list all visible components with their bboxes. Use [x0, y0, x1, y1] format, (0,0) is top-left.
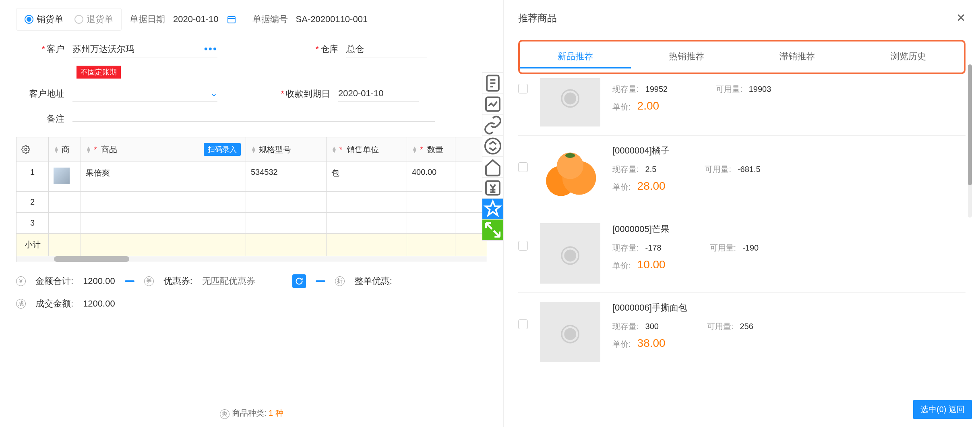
col-spec[interactable]: ▲▼规格型号 — [246, 137, 327, 162]
horizontal-scrollbar[interactable] — [17, 256, 487, 262]
total-value: 1200.00 — [83, 276, 115, 286]
warehouse-value: 总仓 — [346, 43, 364, 55]
more-icon[interactable]: ••• — [204, 43, 217, 55]
tool-note-icon[interactable] — [482, 73, 503, 94]
svg-rect-0 — [228, 17, 235, 23]
remark-label: 备注 — [16, 113, 64, 125]
table-row[interactable]: 1 果倍爽 534532 包 400.00 — [17, 162, 487, 192]
sort-icon: ▲▼ — [251, 146, 256, 153]
avail-value: -681.5 — [738, 165, 761, 174]
item-checkbox[interactable] — [518, 162, 528, 172]
sort-icon: ▲▼ — [412, 146, 418, 153]
tool-link-icon[interactable] — [482, 115, 503, 136]
cell-image — [49, 162, 81, 191]
radio-sales-order[interactable]: 销货单 — [25, 13, 63, 25]
product-image-placeholder: ◉ — [540, 302, 600, 362]
avail-value: -190 — [742, 243, 759, 252]
cell-qty[interactable]: 400.00 — [407, 162, 455, 191]
bottom-bar: 类 商品种类: 1 种 — [0, 400, 503, 427]
col-unit[interactable]: ▲▼*销售单位 — [327, 137, 407, 162]
tab-hot[interactable]: 热销推荐 — [631, 46, 742, 68]
col-product[interactable]: ▲▼*商品扫码录入 — [81, 137, 246, 162]
customer-label: *客户 — [16, 43, 64, 55]
gear-icon — [21, 145, 30, 154]
due-date-input[interactable]: 2020-01-10 — [338, 86, 419, 102]
tool-star-icon[interactable] — [482, 199, 503, 220]
total-label: 金额合计: — [35, 275, 73, 287]
chevron-down-icon[interactable]: ⌄ — [210, 88, 217, 99]
cell-unit[interactable]: 包 — [327, 162, 407, 191]
product-image — [540, 145, 600, 205]
address-input[interactable]: ⌄ — [72, 86, 217, 102]
sort-icon: ▲▼ — [54, 146, 59, 153]
calendar-icon[interactable] — [227, 15, 236, 24]
avail-value: 256 — [740, 322, 753, 331]
col-qty[interactable]: ▲▼*数量 — [407, 137, 455, 162]
stock-value: 2.5 — [645, 165, 657, 174]
cell-name[interactable]: 果倍爽 — [81, 162, 246, 191]
stock-value: 19952 — [645, 85, 668, 93]
close-icon[interactable]: ✕ — [956, 11, 966, 25]
subtotal-label: 小计 — [17, 234, 49, 256]
product-thumb-icon — [54, 168, 70, 184]
svg-point-9 — [565, 153, 575, 158]
tool-home-icon[interactable] — [482, 157, 503, 178]
deal-icon: 成 — [16, 299, 26, 309]
list-item: ◉ [0000006]手撕面包 现存量:300 可用量:256 单价:38.00 — [518, 293, 966, 368]
deal-value: 1200.00 — [83, 298, 115, 309]
vertical-scrollbar[interactable] — [968, 64, 972, 218]
kinds-icon: 类 — [220, 409, 229, 419]
bill-no-value: SA-20200110-001 — [296, 14, 368, 25]
coupon-input[interactable] — [202, 276, 283, 286]
dash-icon — [125, 280, 134, 282]
tool-yen-icon[interactable] — [482, 178, 503, 199]
coupon-label: 优惠券: — [163, 275, 192, 287]
tool-chart-icon[interactable] — [482, 94, 503, 115]
col-gear[interactable] — [17, 137, 49, 162]
table-row[interactable]: 2 — [17, 192, 487, 213]
tab-slow[interactable]: 滞销推荐 — [742, 46, 853, 68]
bill-date-label: 单据日期 — [130, 13, 165, 25]
tab-history[interactable]: 浏览历史 — [853, 46, 964, 68]
refresh-button[interactable] — [292, 274, 306, 288]
sort-icon: ▲▼ — [331, 146, 337, 153]
cell-idx: 3 — [17, 213, 49, 233]
item-checkbox[interactable] — [518, 241, 528, 251]
coupon-icon: 券 — [144, 276, 154, 286]
radio-selected-icon — [25, 15, 33, 24]
sort-icon: ▲▼ — [86, 146, 91, 153]
remark-input[interactable] — [72, 116, 435, 122]
fixed-period-badge: 不固定账期 — [76, 66, 121, 79]
list-item: ◉ [0000005]芒果 现存量:-178 可用量:-190 单价:10.00 — [518, 214, 966, 293]
cell-spec[interactable]: 534532 — [246, 162, 327, 191]
item-checkbox[interactable] — [518, 319, 528, 329]
yen-icon: ¥ — [16, 276, 26, 286]
tab-new[interactable]: 新品推荐 — [520, 46, 631, 68]
deal-label: 成交金额: — [35, 298, 73, 310]
subtotal-row: 小计 — [17, 234, 487, 256]
svg-point-4 — [485, 138, 500, 153]
warehouse-input[interactable]: 总仓 — [346, 41, 427, 58]
radio-return-order[interactable]: 退货单 — [74, 13, 113, 25]
col-image[interactable]: ▲▼商 — [49, 137, 81, 162]
tool-expand-icon[interactable] — [482, 220, 503, 240]
product-name: [0000004]橘子 — [612, 145, 966, 157]
item-checkbox[interactable] — [518, 84, 528, 93]
product-list[interactable]: ◉ 250ml 现存量:19952 可用量:19903 单价:2.00 [000… — [504, 78, 980, 368]
tool-swap-icon[interactable] — [482, 136, 503, 157]
bill-no-label: 单据编号 — [252, 13, 288, 25]
stock-value: 300 — [645, 322, 659, 331]
product-image-placeholder: ◉ — [540, 223, 600, 284]
avail-value: 19903 — [749, 85, 771, 93]
customer-input[interactable]: 苏州万达沃尔玛 ••• — [72, 40, 217, 58]
table-row[interactable]: 3 — [17, 213, 487, 234]
radio-unselected-icon — [74, 15, 83, 24]
select-return-button[interactable]: 选中(0) 返回 — [913, 400, 972, 419]
items-table: ▲▼商 ▲▼*商品扫码录入 ▲▼规格型号 ▲▼*销售单位 ▲▼*数量 1 果倍爽… — [16, 137, 487, 262]
scan-entry-button[interactable]: 扫码录入 — [204, 143, 241, 156]
warehouse-label: *仓库 — [290, 43, 338, 55]
product-name: [0000005]芒果 — [612, 223, 966, 235]
stock-value: -178 — [645, 243, 662, 252]
order-discount-label: 整单优惠: — [354, 275, 392, 287]
bill-date-value[interactable]: 2020-01-10 — [173, 14, 219, 25]
